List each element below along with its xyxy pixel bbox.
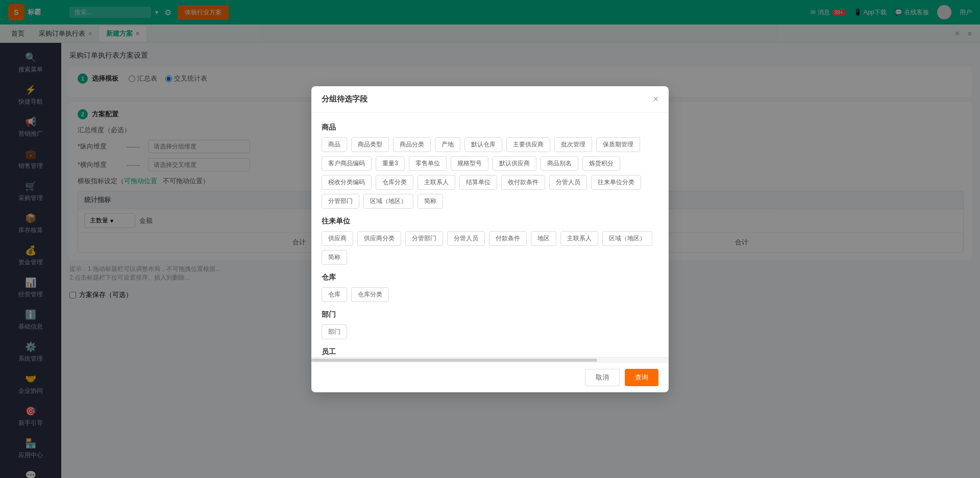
field-tags-0: 商品商品类型商品分类产地默认仓库主要供应商批次管理保质期管理客户商品编码重量3零… xyxy=(322,137,658,209)
modal-dialog: 分组待选字段 × 商品商品商品类型商品分类产地默认仓库主要供应商批次管理保质期管… xyxy=(311,86,669,392)
field-tag-2-0[interactable]: 仓库 xyxy=(322,287,347,302)
field-section-title-3: 部门 xyxy=(322,310,658,319)
field-tag-0-20[interactable]: 分管人员 xyxy=(549,175,587,190)
field-tag-1-3[interactable]: 分管人员 xyxy=(447,231,485,246)
modal-hscroll-thumb xyxy=(311,359,597,362)
field-tags-2: 仓库仓库分类 xyxy=(322,287,658,302)
field-tag-0-14[interactable]: 炼货积分 xyxy=(582,156,620,171)
field-tag-0-5[interactable]: 主要供应商 xyxy=(506,137,550,152)
field-tag-0-16[interactable]: 仓库分类 xyxy=(376,175,413,190)
field-tag-1-2[interactable]: 分管部门 xyxy=(405,231,443,246)
modal-overlay: 分组待选字段 × 商品商品商品类型商品分类产地默认仓库主要供应商批次管理保质期管… xyxy=(0,0,980,478)
field-tag-0-3[interactable]: 产地 xyxy=(435,137,460,152)
field-tag-0-6[interactable]: 批次管理 xyxy=(554,137,592,152)
field-tag-1-4[interactable]: 付款条件 xyxy=(489,231,527,246)
cancel-button[interactable]: 取消 xyxy=(585,369,620,386)
field-tag-1-5[interactable]: 地区 xyxy=(531,231,556,246)
field-tag-0-21[interactable]: 往来单位分类 xyxy=(591,175,641,190)
confirm-button[interactable]: 查询 xyxy=(625,369,658,386)
field-section-title-0: 商品 xyxy=(322,123,658,132)
modal-horizontal-scrollbar[interactable] xyxy=(311,357,669,362)
field-tag-0-12[interactable]: 默认供应商 xyxy=(493,156,536,171)
field-tag-0-23[interactable]: 区域（地区） xyxy=(363,194,413,209)
field-tag-0-19[interactable]: 收付款条件 xyxy=(501,175,545,190)
field-tag-0-15[interactable]: 税收分类编码 xyxy=(322,175,372,190)
modal-close-button[interactable]: × xyxy=(653,94,658,104)
modal-title: 分组待选字段 xyxy=(322,94,368,104)
field-section-title-4: 员工 xyxy=(322,347,658,357)
field-tags-3: 部门 xyxy=(322,324,658,339)
field-tag-3-0[interactable]: 部门 xyxy=(322,324,347,339)
field-tag-0-4[interactable]: 默认仓库 xyxy=(464,137,502,152)
field-tag-0-10[interactable]: 零售单位 xyxy=(409,156,447,171)
field-tag-2-1[interactable]: 仓库分类 xyxy=(351,287,389,302)
field-tag-0-24[interactable]: 简称 xyxy=(418,194,443,209)
field-tag-1-1[interactable]: 供应商分类 xyxy=(357,231,401,246)
field-tag-1-8[interactable]: 简称 xyxy=(322,250,347,265)
field-tag-1-0[interactable]: 供应商 xyxy=(322,231,353,246)
modal-header: 分组待选字段 × xyxy=(311,86,669,113)
field-section-title-2: 仓库 xyxy=(322,273,658,282)
field-tag-0-2[interactable]: 商品分类 xyxy=(393,137,431,152)
field-tag-0-9[interactable]: 重量3 xyxy=(376,156,405,171)
field-tag-0-18[interactable]: 结算单位 xyxy=(459,175,497,190)
field-section-title-1: 往来单位 xyxy=(322,217,658,226)
field-tag-0-7[interactable]: 保质期管理 xyxy=(596,137,640,152)
field-tags-1: 供应商供应商分类分管部门分管人员付款条件地区主联系人区域（地区）简称 xyxy=(322,231,658,265)
field-tag-0-17[interactable]: 主联系人 xyxy=(418,175,455,190)
field-tag-0-11[interactable]: 规格型号 xyxy=(451,156,488,171)
field-tag-0-8[interactable]: 客户商品编码 xyxy=(322,156,372,171)
field-tag-0-22[interactable]: 分管部门 xyxy=(322,194,359,209)
field-tag-0-13[interactable]: 商品别名 xyxy=(541,156,578,171)
field-tag-1-7[interactable]: 区域（地区） xyxy=(602,231,652,246)
field-tag-1-6[interactable]: 主联系人 xyxy=(560,231,598,246)
modal-body: 商品商品商品类型商品分类产地默认仓库主要供应商批次管理保质期管理客户商品编码重量… xyxy=(311,113,669,357)
field-tag-0-0[interactable]: 商品 xyxy=(322,137,347,152)
field-tag-0-1[interactable]: 商品类型 xyxy=(351,137,389,152)
modal-footer: 取消 查询 xyxy=(311,362,669,392)
